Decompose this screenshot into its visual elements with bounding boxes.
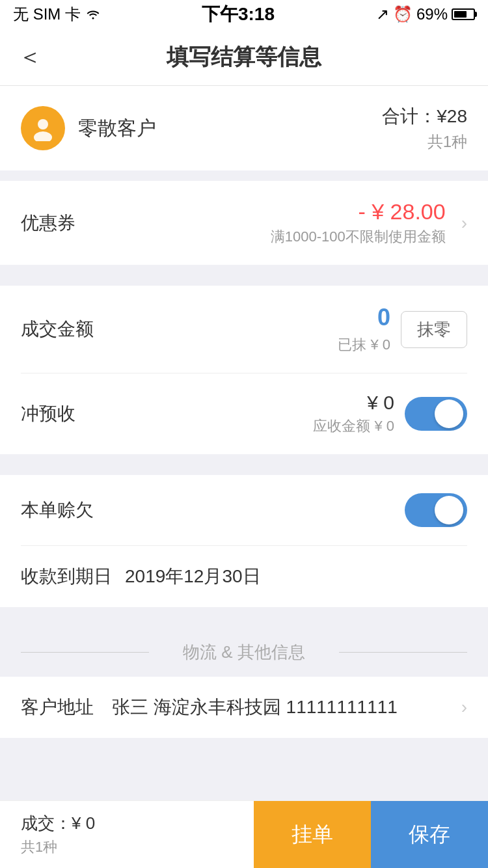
credit-row: 本单赊欠 (0, 475, 488, 545)
logistics-line-right (339, 652, 467, 653)
coupon-chevron: › (461, 213, 467, 234)
round-button[interactable]: 抹零 (401, 311, 467, 348)
location-icon: ↗ (376, 5, 389, 23)
credit-toggle[interactable] (405, 493, 467, 527)
coupon-right: - ¥ 28.00 满1000-100不限制使用金额 › (271, 199, 467, 247)
toggle-knob (435, 400, 463, 428)
credit-toggle-knob (435, 496, 463, 524)
status-bar: 无 SIM 卡 下午3:18 ↗ ⏰ 69% (0, 0, 488, 29)
prepay-sub: 应收金额 ¥ 0 (313, 416, 394, 436)
coupon-amount: - ¥ 28.00 (271, 199, 446, 224)
prepay-toggle[interactable] (405, 397, 467, 431)
address-section: 客户地址 张三 海淀永丰科技园 11111111111 › (0, 677, 488, 738)
status-right: ↗ ⏰ 69% (376, 5, 475, 23)
pending-button[interactable]: 挂单 (254, 801, 371, 869)
credit-label: 本单赊欠 (21, 498, 99, 522)
coupon-section: 优惠券 - ¥ 28.00 满1000-100不限制使用金额 › (0, 181, 488, 265)
customer-right: 合计：¥28 共1种 (382, 104, 467, 152)
bottom-info: 成交：¥ 0 共1种 (0, 812, 254, 857)
section-sep-1 (0, 275, 488, 286)
logistics-line-left (21, 652, 149, 653)
coupon-desc: 满1000-100不限制使用金额 (271, 227, 446, 247)
customer-name: 零散客户 (78, 115, 156, 142)
deal-label: 成交金额 (21, 317, 99, 342)
signal-text: 无 SIM 卡 (13, 4, 81, 25)
customer-avatar (21, 106, 65, 150)
bottom-deal-amount: 成交：¥ 0 (21, 812, 233, 835)
deal-row: 成交金额 0 已抹 ¥ 0 抹零 (0, 286, 488, 373)
svg-point-1 (34, 131, 52, 141)
due-value: 2019年12月30日 (125, 564, 261, 589)
status-left: 无 SIM 卡 (13, 4, 100, 25)
customer-row: 零散客户 合计：¥28 共1种 (0, 86, 488, 170)
page-title: 填写结算等信息 (167, 42, 321, 72)
logistics-separator: 物流 & 其他信息 (0, 628, 488, 677)
deal-right: 0 已抹 ¥ 0 抹零 (338, 304, 467, 355)
customer-count: 共1种 (382, 131, 467, 152)
battery-percent: 69% (416, 5, 448, 23)
address-label: 客户地址 (21, 695, 99, 720)
prepay-text: ¥ 0 应收金额 ¥ 0 (313, 392, 394, 436)
credit-section: 本单赊欠 收款到期日 2019年12月30日 (0, 475, 488, 607)
logistics-text: 物流 & 其他信息 (183, 641, 305, 664)
prepay-label: 冲预收 (21, 401, 99, 426)
alarm-icon: ⏰ (393, 5, 413, 23)
address-row[interactable]: 客户地址 张三 海淀永丰科技园 11111111111 › (0, 677, 488, 738)
svg-point-0 (38, 119, 48, 129)
prepay-value: ¥ 0 (313, 392, 394, 414)
back-button[interactable]: ＜ (18, 41, 42, 73)
coupon-text: - ¥ 28.00 满1000-100不限制使用金额 (271, 199, 446, 247)
coupon-row[interactable]: 优惠券 - ¥ 28.00 满1000-100不限制使用金额 › (0, 181, 488, 265)
customer-left: 零散客户 (21, 106, 156, 150)
status-time: 下午3:18 (202, 2, 275, 27)
customer-section: 零散客户 合计：¥28 共1种 (0, 86, 488, 170)
section-sep-2 (0, 465, 488, 475)
address-value: 张三 海淀永丰科技园 11111111111 (112, 695, 456, 720)
section-sep-3 (0, 617, 488, 628)
deal-text: 0 已抹 ¥ 0 (338, 304, 390, 355)
customer-total: 合计：¥28 (382, 104, 467, 129)
prepay-right: ¥ 0 应收金额 ¥ 0 (313, 392, 467, 436)
bottom-count: 共1种 (21, 837, 233, 857)
deal-sub: 已抹 ¥ 0 (338, 335, 390, 355)
deal-section: 成交金额 0 已抹 ¥ 0 抹零 冲预收 ¥ 0 应收金额 ¥ 0 (0, 286, 488, 454)
wifi-icon (86, 5, 100, 23)
address-chevron: › (461, 697, 467, 718)
deal-value: 0 (338, 304, 390, 331)
nav-bar: ＜ 填写结算等信息 (0, 29, 488, 86)
due-date-row: 收款到期日 2019年12月30日 (0, 546, 488, 607)
prepay-row: 冲预收 ¥ 0 应收金额 ¥ 0 (0, 373, 488, 454)
due-label: 收款到期日 (21, 564, 112, 589)
coupon-label: 优惠券 (21, 211, 99, 236)
save-button[interactable]: 保存 (371, 801, 488, 869)
battery-icon (452, 8, 475, 20)
bottom-bar: 成交：¥ 0 共1种 挂单 保存 (0, 800, 488, 868)
content-area: 零散客户 合计：¥28 共1种 优惠券 - ¥ 28.00 满1000-100不… (0, 86, 488, 868)
